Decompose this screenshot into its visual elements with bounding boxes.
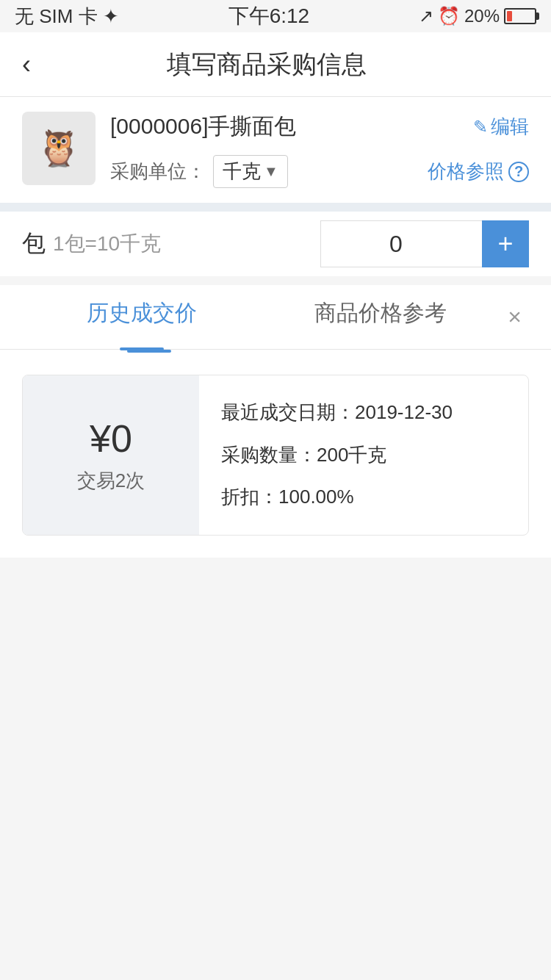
quantity-input[interactable] (320, 220, 482, 267)
quantity-control: + (320, 220, 529, 267)
product-name: [0000006]手撕面包 (110, 112, 296, 142)
status-right: ↗ ⏰ 20% (419, 6, 536, 26)
tab-price-reference[interactable]: 商品价格参考 (262, 298, 501, 336)
status-signal: 无 SIM 卡 ✦ (15, 4, 119, 29)
date-value: 2019-12-30 (355, 401, 453, 423)
price-ref-label: 价格参照 (428, 159, 504, 184)
tabs-header: 历史成交价 商品价格参考 × (0, 285, 551, 350)
transaction-card: ¥0 交易2次 最近成交日期：2019-12-30 采购数量：200千克 折扣：… (22, 375, 529, 536)
back-button[interactable]: ‹ (22, 49, 31, 80)
product-details: [0000006]手撕面包 ✎ 编辑 采购单位： 千克 ▼ 价格参照 (110, 112, 529, 188)
page-title: 填写商品采购信息 (46, 48, 488, 82)
dropdown-arrow-icon: ▼ (264, 163, 278, 180)
transaction-details: 最近成交日期：2019-12-30 采购数量：200千克 折扣：100.00% (199, 375, 528, 535)
transaction-discount-row: 折扣：100.00% (221, 482, 506, 513)
product-title: 手撕面包 (208, 114, 296, 138)
quantity-label-text: 采购数量： (221, 444, 317, 466)
discount-label: 折扣： (221, 486, 278, 508)
help-circle-icon: ? (508, 162, 529, 182)
status-time: 下午6:12 (228, 2, 310, 30)
product-thumbnail-icon: 🦉 (37, 128, 81, 169)
transaction-price: ¥0 (90, 417, 132, 461)
unit-dropdown[interactable]: 千克 ▼ (213, 155, 288, 188)
price-reference-button[interactable]: 价格参照 ? (428, 159, 529, 184)
battery-indicator (504, 8, 536, 24)
nav-header: ‹ 填写商品采购信息 (0, 32, 551, 97)
transaction-summary: ¥0 交易2次 (23, 375, 199, 535)
tab-underline-right (276, 350, 529, 353)
quantity-label: 包 1包=10千克 (22, 228, 161, 260)
unit-value: 千克 (223, 159, 261, 184)
status-alarm-icon: ⏰ (438, 6, 460, 26)
transaction-quantity-row: 采购数量：200千克 (221, 440, 506, 471)
help-icon: ? (514, 163, 523, 180)
product-id: [0000006] (110, 114, 208, 138)
status-bar: 无 SIM 卡 ✦ 下午6:12 ↗ ⏰ 20% (0, 0, 551, 32)
product-name-row: [0000006]手撕面包 ✎ 编辑 (110, 112, 529, 142)
status-location-icon: ↗ (419, 6, 433, 26)
transaction-times: 交易2次 (77, 468, 145, 494)
bag-unit-label: 1包=10千克 (53, 230, 161, 258)
tab-underline-row (0, 350, 551, 353)
product-unit-row: 采购单位： 千克 ▼ 价格参照 ? (110, 155, 529, 188)
unit-label: 采购单位： 千克 ▼ (110, 155, 288, 188)
tab-content: ¥0 交易2次 最近成交日期：2019-12-30 采购数量：200千克 折扣：… (0, 353, 551, 558)
price-value: 0 (111, 417, 132, 460)
product-section: 🦉 [0000006]手撕面包 ✎ 编辑 采购单位： 千克 ▼ (0, 97, 551, 203)
transaction-date-row: 最近成交日期：2019-12-30 (221, 397, 506, 428)
quantity-plus-button[interactable]: + (482, 220, 529, 267)
tab-close-button[interactable]: × (500, 296, 529, 338)
price-symbol: ¥ (90, 417, 111, 460)
status-battery-percent: 20% (464, 6, 500, 26)
edit-button[interactable]: ✎ 编辑 (473, 114, 529, 140)
unit-label-text: 采购单位： (110, 159, 206, 184)
section-divider (0, 203, 551, 212)
date-label: 最近成交日期： (221, 401, 355, 423)
tab-history-price[interactable]: 历史成交价 (22, 298, 262, 336)
quantity-value: 200千克 (317, 444, 386, 466)
tabs-section: 历史成交价 商品价格参考 × ¥0 交易2次 最近成交日期：2019-12-30… (0, 285, 551, 558)
bag-icon: 包 (22, 228, 46, 260)
product-image: 🦉 (22, 112, 96, 185)
quantity-section: 包 1包=10千克 + (0, 212, 551, 276)
product-row: 🦉 [0000006]手撕面包 ✎ 编辑 采购单位： 千克 ▼ (22, 112, 529, 188)
edit-label: 编辑 (491, 114, 529, 140)
discount-value: 100.00% (278, 486, 354, 508)
edit-icon: ✎ (473, 117, 488, 137)
